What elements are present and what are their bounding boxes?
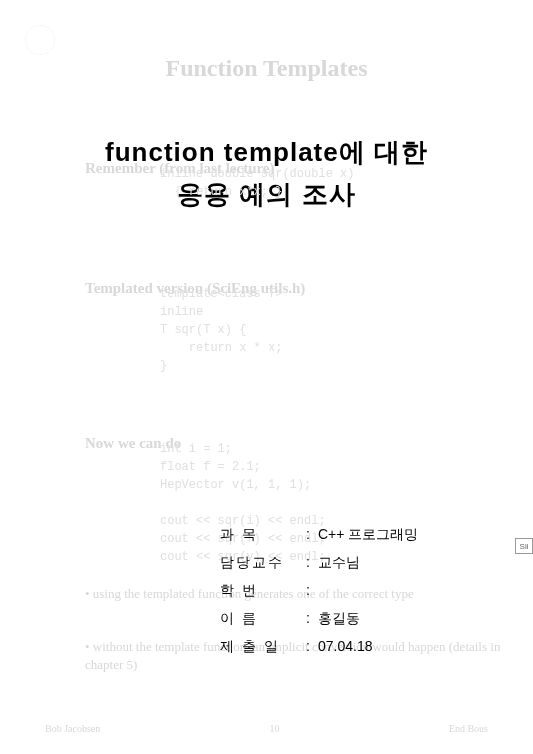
info-row-professor: 담당교수 : 교수님 [220,548,418,576]
document-page: Function Templates Remember (from last l… [0,0,533,754]
bg-remember-code: inline double sqr(double x) { return x*x… [160,165,354,201]
info-label: 과 목 [220,520,298,548]
logo-placeholder [25,25,55,55]
info-value: 07.04.18 [318,632,418,660]
info-label: 담당교수 [220,548,298,576]
bg-main-heading: Function Templates [45,55,488,82]
info-separator: : [298,548,318,576]
info-value [318,576,418,604]
info-separator: : [298,632,318,660]
info-label: 학 번 [220,576,298,604]
info-row-date: 제 출 일 : 07.04.18 [220,632,418,660]
footer-right: End Bous [449,723,488,734]
info-label: 제 출 일 [220,632,298,660]
info-row-name: 이 름 : 홍길동 [220,604,418,632]
info-separator: : [298,604,318,632]
footer-center: 10 [270,723,280,734]
footer-left: Bob Jacobsen [45,723,100,734]
info-value: 홍길동 [318,604,418,632]
bg-templated-code: template<class T> inline T sqr(T x) { re… [160,285,282,375]
side-tab: Sli [515,538,533,554]
bg-footer: Bob Jacobsen 10 End Bous [45,723,488,734]
cover-info-table: 과 목 : C++ 프로그래밍 담당교수 : 교수님 학 번 : 이 름 : 홍… [220,520,418,660]
info-row-student-id: 학 번 : [220,576,418,604]
info-value: C++ 프로그래밍 [318,520,418,548]
info-separator: : [298,520,318,548]
info-value: 교수님 [318,548,418,576]
info-separator: : [298,576,318,604]
info-label: 이 름 [220,604,298,632]
info-row-subject: 과 목 : C++ 프로그래밍 [220,520,418,548]
